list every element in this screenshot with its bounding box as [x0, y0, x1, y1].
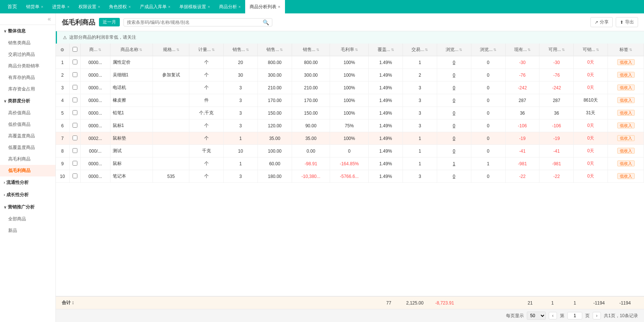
close-product-analysis-icon[interactable]: ×	[238, 4, 241, 9]
nav-template-settings[interactable]: 单据模板设置 ×	[175, 0, 214, 13]
sidebar-item-low-margin[interactable]: 低毛利商品	[0, 165, 55, 176]
row-view1[interactable]: 0	[437, 119, 471, 132]
row-saleable: 0天	[574, 56, 608, 69]
row-no: 4	[56, 94, 69, 107]
row-available: 287	[539, 94, 574, 107]
sidebar-item-low-value[interactable]: 低价值商品	[0, 119, 55, 130]
row-view1[interactable]: 0	[437, 170, 471, 183]
date-filter-button[interactable]: 近一月	[99, 18, 120, 26]
row-tag: 低收入	[608, 157, 644, 170]
prev-page-button[interactable]: ‹	[549, 312, 557, 319]
row-view1[interactable]: 0	[437, 107, 471, 119]
sidebar-item-new-products[interactable]: 新品	[0, 225, 55, 236]
nav-permissions[interactable]: 权限设置 ×	[74, 0, 105, 13]
sidebar-item-high-margin[interactable]: 高毛利商品	[0, 153, 55, 165]
row-view1[interactable]: 0	[437, 82, 471, 94]
sidebar-item-low-coverage[interactable]: 低覆盖度商品	[0, 142, 55, 153]
sidebar-item-traded-products[interactable]: 交易过的商品	[0, 49, 55, 60]
sort-current-icon[interactable]: ⇅	[528, 48, 531, 52]
row-current: -981	[505, 157, 539, 170]
row-checkbox[interactable]	[69, 119, 80, 132]
row-checkbox[interactable]	[69, 157, 80, 170]
row-spec	[153, 56, 189, 69]
sidebar-item-high-coverage[interactable]: 高覆盖度商品	[0, 130, 55, 142]
share-button[interactable]: ↗ 分享	[590, 17, 613, 27]
nav-product-analysis-list[interactable]: 商品分析列表 ×	[245, 0, 285, 13]
row-trade: 1	[403, 157, 437, 170]
close-permissions-icon[interactable]: ×	[98, 4, 100, 9]
sidebar-item-all-products[interactable]: 全部商品	[0, 213, 55, 225]
nav-product-analysis[interactable]: 商品分析 ×	[215, 0, 245, 13]
nav-product-entry[interactable]: 产成品入库单 ×	[135, 0, 175, 13]
row-view1[interactable]: 0	[437, 132, 471, 145]
sort-trade-icon[interactable]: ⇅	[425, 48, 428, 52]
row-checkbox[interactable]	[69, 94, 80, 107]
row-sale-amount: 180.00	[257, 170, 292, 183]
sidebar-item-stock-capital[interactable]: 库存资金占用	[0, 83, 55, 95]
header-actions: ↗ 分享 ⬆ 导出	[590, 17, 638, 27]
nav-roles[interactable]: 角色授权 ×	[105, 0, 135, 13]
row-checkbox[interactable]	[69, 170, 80, 183]
sort-available-icon[interactable]: ⇅	[562, 48, 565, 52]
close-template-settings-icon[interactable]: ×	[208, 4, 210, 9]
row-checkbox[interactable]	[69, 145, 80, 157]
sidebar-group-liquidity[interactable]: › 流通性分析	[0, 176, 55, 189]
row-available: -22	[539, 170, 574, 183]
row-saleable: 8610天	[574, 94, 608, 107]
row-checkbox[interactable]	[69, 132, 80, 145]
search-icon[interactable]: 🔍	[263, 19, 269, 25]
close-product-analysis-list-icon[interactable]: ×	[278, 4, 280, 9]
row-view1[interactable]: 1	[437, 157, 471, 170]
close-sales-order-icon[interactable]: ×	[41, 4, 43, 9]
row-saleable: 0天	[574, 82, 608, 94]
row-checkbox[interactable]	[69, 56, 80, 69]
sidebar-group-marketing[interactable]: ∨ 营销推广分析	[0, 201, 55, 213]
col-settings[interactable]: ⚙	[56, 44, 69, 56]
select-all-checkbox[interactable]	[73, 47, 77, 52]
table-row: 10 0000... 笔记本 535 个 3 180.00 -10,380...…	[56, 170, 644, 183]
sort-saleable-icon[interactable]: ⇅	[596, 48, 599, 52]
row-view1[interactable]: 0	[437, 94, 471, 107]
next-page-button[interactable]: ›	[593, 312, 601, 319]
sort-code-icon[interactable]: ⇅	[98, 48, 101, 52]
export-button[interactable]: ⬆ 导出	[616, 17, 638, 27]
sort-unit-icon[interactable]: ⇅	[212, 48, 215, 52]
close-roles-icon[interactable]: ×	[128, 4, 131, 9]
sort-coverage-icon[interactable]: ⇅	[391, 48, 394, 52]
row-checkbox[interactable]	[69, 107, 80, 119]
sort-spec-icon[interactable]: ⇅	[176, 48, 179, 52]
sort-view2-icon[interactable]: ⇅	[493, 48, 496, 52]
row-trade: 3	[403, 170, 437, 183]
row-view1[interactable]: 0	[437, 145, 471, 157]
sort-sale-count-icon[interactable]: ⇅	[246, 48, 249, 52]
sort-sale-profit-icon[interactable]: ⇅	[316, 48, 319, 52]
sidebar-group-cluster[interactable]: ∨ 类群度分析	[0, 95, 55, 107]
nav-purchase-order[interactable]: 进货单 ×	[48, 0, 74, 13]
row-available: -242	[539, 82, 574, 94]
row-checkbox[interactable]	[69, 69, 80, 82]
sidebar-group-growth[interactable]: › 成长性分析	[0, 189, 55, 201]
row-view2: 0	[471, 145, 505, 157]
row-checkbox[interactable]	[69, 82, 80, 94]
nav-home[interactable]: 首页	[3, 0, 22, 13]
nav-sales-order[interactable]: 销货单 ×	[22, 0, 48, 13]
sidebar-item-sales-products[interactable]: 销售类商品	[0, 37, 55, 49]
sort-tag-icon[interactable]: ⇅	[629, 48, 632, 52]
sort-view1-icon[interactable]: ⇅	[459, 48, 462, 52]
sidebar-group-overall[interactable]: ∨ 整体信息	[0, 25, 55, 37]
sort-sale-amount-icon[interactable]: ⇅	[280, 48, 283, 52]
sidebar-item-in-stock[interactable]: 有库存的商品	[0, 72, 55, 83]
sidebar-collapse-button[interactable]: «	[46, 15, 52, 23]
sidebar-item-category-rate[interactable]: 商品分类助销率	[0, 60, 55, 72]
close-product-entry-icon[interactable]: ×	[168, 4, 170, 9]
sidebar-item-high-value[interactable]: 高价值商品	[0, 107, 55, 119]
row-view1[interactable]: 0	[437, 69, 471, 82]
close-purchase-order-icon[interactable]: ×	[67, 4, 69, 9]
table-row: 8 000/... 测试 千克 10 100.00 0.00 0 1.49% 1…	[56, 145, 644, 157]
page-input[interactable]	[567, 312, 582, 319]
sort-gross-margin-icon[interactable]: ⇅	[355, 48, 358, 52]
search-input[interactable]	[127, 20, 263, 25]
row-view1[interactable]: 0	[437, 56, 471, 69]
sort-name-icon[interactable]: ⇅	[139, 48, 142, 52]
per-page-select[interactable]: 50 10 20 100	[527, 312, 546, 320]
